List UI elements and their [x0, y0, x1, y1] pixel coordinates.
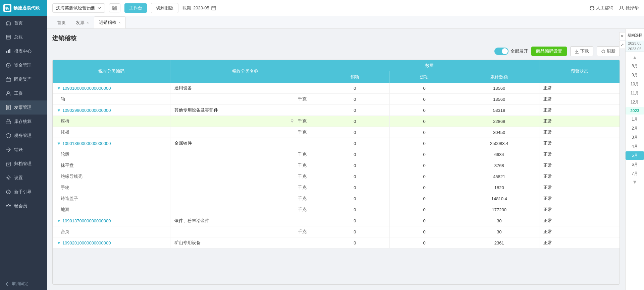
expand-icon[interactable]: ▼: [57, 240, 61, 245]
user-info[interactable]: 徐泽华: [619, 5, 639, 11]
cell-status: 正常: [539, 83, 620, 94]
cell-buy: 0: [389, 226, 459, 237]
sidebar-label-salary: 工资: [14, 90, 23, 96]
product-code-btn[interactable]: 商品编码设置: [531, 47, 567, 56]
cell-code: ▼10901000000000000000: [53, 83, 170, 94]
cell-name-unit: 千克: [170, 127, 320, 138]
panel-controls: ✕ ⤢: [619, 32, 625, 49]
expand-panel-btn[interactable]: ⤢: [619, 41, 625, 49]
cell-total: 2361: [459, 237, 539, 248]
expand-icon[interactable]: ▼: [57, 141, 61, 146]
sidebar-item-settings[interactable]: 设置: [0, 171, 47, 185]
settings-icon: [5, 175, 11, 181]
month-1[interactable]: 1月: [626, 115, 644, 124]
month-11[interactable]: 11月: [626, 89, 644, 97]
table-row: 座椅 ⚲ 千克 0 0 22868 正常: [53, 116, 620, 127]
search-in-cell-icon[interactable]: ⚲: [290, 119, 294, 124]
sidebar-item-reports[interactable]: 报表中心: [0, 44, 47, 58]
table-row: ▼10902010000000000000 矿山专用设备 0 0 2361 正常: [53, 237, 620, 248]
month-2[interactable]: 2月: [626, 124, 644, 133]
save-button[interactable]: [109, 3, 120, 12]
tab-reconciliation-close[interactable]: ×: [118, 20, 120, 24]
switch-version-button[interactable]: 切到旧版: [151, 3, 178, 13]
tab-home-label: 首页: [57, 20, 66, 26]
cell-sale: 0: [320, 127, 389, 138]
cell-indent: 绝缘导线壳: [53, 171, 170, 182]
panel-up-arrow[interactable]: ▲: [632, 55, 638, 61]
period-panel-title: 期间选择: [627, 31, 643, 39]
expand-icon[interactable]: ▼: [57, 86, 61, 91]
month-6[interactable]: 6月: [626, 160, 644, 169]
download-btn[interactable]: 下载: [570, 46, 593, 56]
expand-all-toggle-wrap: 全部展开: [494, 48, 528, 55]
expand-icon[interactable]: ▼: [57, 108, 61, 113]
company-selector[interactable]: 沈海英测试经营勿删: [52, 3, 105, 13]
svg-rect-5: [6, 51, 7, 53]
company-name: 沈海英测试经营勿删: [56, 5, 95, 11]
expand-all-toggle[interactable]: [494, 48, 508, 55]
table-row: 地漏 千克 0 0 177230 正常: [53, 204, 620, 215]
cell-indent: 座椅: [53, 116, 170, 127]
expand-icon[interactable]: ▼: [57, 218, 61, 223]
tab-reconciliation[interactable]: 进销稽核 ×: [94, 16, 125, 28]
guide-icon: ?: [5, 189, 11, 195]
month-7[interactable]: 7月: [626, 169, 644, 178]
table-row: 手轮 千克 0 0 1820 正常: [53, 182, 620, 193]
cell-sale: 0: [320, 182, 389, 193]
cell-buy: 0: [389, 127, 459, 138]
sidebar-item-invoice[interactable]: 发票管理: [0, 100, 47, 115]
tab-invoice-close[interactable]: ×: [87, 21, 89, 25]
cell-buy: 0: [389, 171, 459, 182]
refresh-btn[interactable]: 刷新: [597, 46, 620, 56]
tab-home[interactable]: 首页: [52, 17, 70, 28]
sidebar-item-funds[interactable]: ¥ 资金管理: [0, 58, 47, 72]
sidebar-item-salary[interactable]: 工资: [0, 86, 47, 100]
month-4[interactable]: 4月: [626, 142, 644, 151]
sidebar-item-assets[interactable]: 固定资产: [0, 72, 47, 86]
panel-down-arrow[interactable]: ▼: [632, 179, 638, 185]
inventory-icon: [5, 119, 11, 125]
sidebar-item-home[interactable]: 首页: [0, 16, 47, 30]
tab-invoice[interactable]: 发票 ×: [71, 17, 93, 28]
table-row: 合页 千克 0 0 30 正常: [53, 226, 620, 237]
month-8[interactable]: 8月: [626, 62, 644, 70]
sidebar-item-vip[interactable]: 畅会员: [0, 199, 47, 213]
cell-buy: 0: [389, 237, 459, 248]
cell-total: 45821: [459, 171, 539, 182]
invoice-icon: [5, 104, 11, 111]
month-9[interactable]: 9月: [626, 71, 644, 79]
sidebar-item-checkout[interactable]: 结账: [0, 143, 47, 157]
cell-indent: 铸造盖子: [53, 193, 170, 204]
cell-name-unit: 千克: [170, 226, 320, 237]
sidebar-label-tax: 税务管理: [14, 133, 32, 139]
table-row: ▼10901370000000000000 锻件、粉末冶金件 0 0 30 正常: [53, 215, 620, 226]
month-12[interactable]: 12月: [626, 98, 644, 106]
sidebar-item-ledger[interactable]: 总账: [0, 30, 47, 44]
cell-code: ▼10901370000000000000: [53, 215, 170, 226]
sidebar-item-inventory[interactable]: 库存核算: [0, 115, 47, 129]
support-btn[interactable]: 人工咨询: [589, 5, 613, 11]
cell-status: 正常: [539, 204, 620, 215]
cell-total: 1820: [459, 182, 539, 193]
month-10[interactable]: 10月: [626, 80, 644, 88]
cell-status: 正常: [539, 226, 620, 237]
sidebar-label-checkout: 结账: [14, 147, 23, 153]
month-3[interactable]: 3月: [626, 133, 644, 142]
sidebar-item-archive[interactable]: 归档管理: [0, 157, 47, 171]
cancel-fixed-btn[interactable]: 取消固定: [0, 278, 47, 290]
month-list: 8月 9月 10月 11月 12月 2023 1月 2月 3月 4月 5月 6月…: [626, 62, 644, 178]
cell-sale: 0: [320, 138, 389, 149]
sidebar-label-vip: 畅会员: [14, 203, 27, 209]
close-panel-btn[interactable]: ✕: [619, 32, 625, 40]
month-5[interactable]: 5月: [626, 151, 644, 160]
workbench-button[interactable]: 工作台: [124, 3, 147, 13]
cell-name: 其他专用设备及零部件: [170, 105, 320, 116]
cell-buy: 0: [389, 138, 459, 149]
cell-name-unit: 千克: [170, 171, 320, 182]
period-year2: 2023.05: [626, 46, 644, 52]
period-panel-label: 期间选择: [628, 33, 642, 38]
svg-rect-26: [212, 6, 216, 10]
calendar-icon[interactable]: [211, 6, 216, 10]
sidebar-item-tax[interactable]: 税务管理: [0, 129, 47, 143]
sidebar-item-guide[interactable]: ? 新手引导: [0, 185, 47, 199]
